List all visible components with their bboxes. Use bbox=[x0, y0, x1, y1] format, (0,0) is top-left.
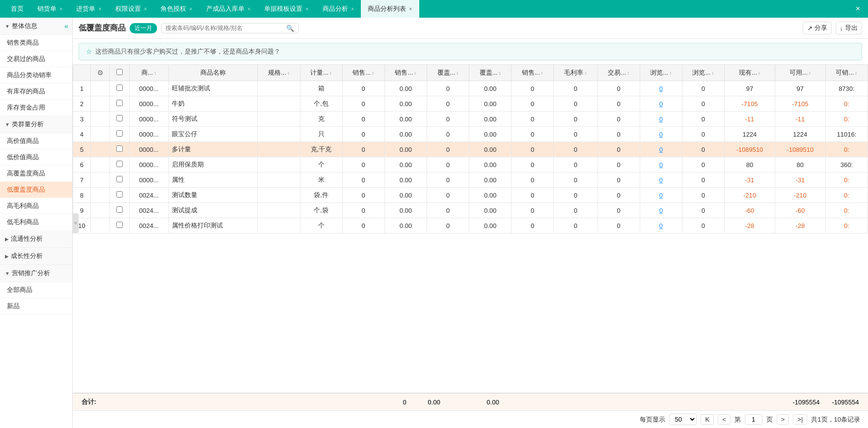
window-close-button[interactable]: × bbox=[852, 2, 864, 15]
sidebar-item-high-value[interactable]: 高价值商品 bbox=[0, 133, 72, 149]
sort-available-icon[interactable]: ↕ bbox=[809, 70, 811, 76]
nav-item-permission[interactable]: 权限设置 × bbox=[108, 0, 154, 18]
sort-cover1-icon[interactable]: ↕ bbox=[456, 70, 459, 76]
th-browse1[interactable]: 浏览...↕ bbox=[640, 65, 682, 81]
next-page-button[interactable]: > bbox=[777, 414, 789, 425]
cell-browse1[interactable]: 0 bbox=[640, 172, 682, 188]
sort-sales-x-icon[interactable]: ↕ bbox=[541, 70, 543, 76]
browse-link[interactable]: 0 bbox=[659, 115, 663, 123]
browse-link[interactable]: 0 bbox=[659, 146, 663, 153]
row-checkbox[interactable] bbox=[116, 176, 123, 182]
nav-item-role[interactable]: 角色授权 × bbox=[154, 0, 199, 18]
sort-trans-icon[interactable]: ↕ bbox=[627, 70, 629, 76]
browse-link[interactable]: 0 bbox=[659, 131, 663, 138]
last-page-button[interactable]: >| bbox=[793, 414, 807, 425]
cell-browse1[interactable]: 0 bbox=[640, 112, 682, 127]
th-cover2[interactable]: 覆盖...↕ bbox=[469, 65, 512, 81]
cell-browse1[interactable]: 0 bbox=[640, 127, 682, 142]
cell-check[interactable] bbox=[110, 127, 129, 142]
sidebar-item-low-gross[interactable]: 低毛利商品 bbox=[0, 214, 72, 230]
cell-browse1[interactable]: 0 bbox=[640, 96, 682, 112]
sidebar-item-traded-goods[interactable]: 交易过的商品 bbox=[0, 51, 72, 67]
page-size-select[interactable]: 50 20 100 200 bbox=[669, 414, 697, 425]
sort-gross-icon[interactable]: ↕ bbox=[584, 70, 587, 76]
th-saleable[interactable]: 可销...↕ bbox=[825, 65, 868, 81]
sidebar-section-group[interactable]: ▼ 类群量分析 bbox=[0, 116, 72, 133]
row-checkbox[interactable] bbox=[116, 206, 123, 213]
nav-close-sales[interactable]: × bbox=[59, 6, 62, 12]
cell-browse1[interactable]: 0 bbox=[640, 157, 682, 172]
cell-check[interactable] bbox=[110, 203, 129, 218]
sort-current-icon[interactable]: ↕ bbox=[758, 70, 760, 76]
sidebar-item-new-goods[interactable]: 新品 bbox=[0, 298, 72, 314]
cell-check[interactable] bbox=[110, 81, 129, 96]
sort-sales-amt-icon[interactable]: ↕ bbox=[414, 70, 416, 76]
cell-check[interactable] bbox=[110, 112, 129, 127]
select-all-checkbox[interactable] bbox=[116, 69, 123, 75]
sidebar-item-low-value[interactable]: 低价值商品 bbox=[0, 149, 72, 166]
sidebar-collapse-icon[interactable]: « bbox=[64, 22, 68, 30]
th-gross[interactable]: 毛利率↕ bbox=[554, 65, 597, 81]
row-checkbox[interactable] bbox=[116, 100, 123, 106]
row-checkbox[interactable] bbox=[116, 85, 123, 91]
sidebar-section-marketing[interactable]: ▼ 营销推广分析 bbox=[0, 265, 72, 282]
share-button[interactable]: ↗ 分享 bbox=[803, 22, 832, 34]
th-trans[interactable]: 交易...↕ bbox=[597, 65, 640, 81]
browse-link[interactable]: 0 bbox=[659, 192, 663, 199]
browse-link[interactable]: 0 bbox=[659, 161, 663, 169]
row-checkbox[interactable] bbox=[116, 222, 123, 228]
sidebar-item-all-goods[interactable]: 全部商品 bbox=[0, 282, 72, 298]
sidebar-item-sales-goods[interactable]: 销售类商品 bbox=[0, 35, 72, 51]
export-button[interactable]: ↓ 导出 bbox=[836, 22, 863, 34]
row-checkbox[interactable] bbox=[116, 130, 123, 137]
th-current[interactable]: 现有...↕ bbox=[724, 65, 775, 81]
nav-close-analysis-list[interactable]: × bbox=[409, 6, 412, 12]
browse-link[interactable]: 0 bbox=[659, 207, 663, 214]
sort-saleable-icon[interactable]: ↕ bbox=[855, 70, 857, 76]
row-checkbox[interactable] bbox=[116, 191, 123, 198]
nav-item-analysis[interactable]: 商品分析 × bbox=[316, 0, 361, 18]
th-sales-qty[interactable]: 销售...↕ bbox=[342, 65, 384, 81]
nav-close-finished[interactable]: × bbox=[247, 6, 250, 12]
browse-link[interactable]: 0 bbox=[659, 222, 663, 229]
nav-item-analysis-list[interactable]: 商品分析列表 × bbox=[361, 0, 419, 18]
browse-link[interactable]: 0 bbox=[659, 85, 663, 92]
page-number-input[interactable] bbox=[745, 414, 762, 425]
table-container[interactable]: ⚙ 商...↕ 商品名称 规格...↕ 计量...↕ 销售...↕ 销售...↕… bbox=[73, 64, 868, 393]
cell-check[interactable] bbox=[110, 188, 129, 203]
sidebar-item-high-gross[interactable]: 高毛利商品 bbox=[0, 198, 72, 214]
sidebar-item-category-rate[interactable]: 商品分类动销率 bbox=[0, 67, 72, 84]
cell-check[interactable] bbox=[110, 142, 129, 157]
cell-check[interactable] bbox=[110, 172, 129, 188]
nav-close-permission[interactable]: × bbox=[144, 6, 147, 12]
cell-check[interactable] bbox=[110, 96, 129, 112]
sidebar-collapse-handle[interactable]: « bbox=[73, 213, 79, 233]
browse-link[interactable]: 0 bbox=[659, 100, 663, 108]
th-name[interactable]: 商品名称 bbox=[168, 65, 258, 81]
th-settings[interactable]: ⚙ bbox=[91, 65, 110, 81]
nav-item-template[interactable]: 单据模板设置 × bbox=[257, 0, 315, 18]
cell-browse1[interactable]: 0 bbox=[640, 218, 682, 233]
th-sales-x[interactable]: 销售...↕ bbox=[512, 65, 554, 81]
th-check[interactable] bbox=[110, 65, 129, 81]
prev-page-button[interactable]: < bbox=[718, 414, 731, 425]
sidebar-section-flow[interactable]: ▶ 流通性分析 bbox=[0, 230, 72, 248]
sidebar-item-high-coverage[interactable]: 高覆盖度商品 bbox=[0, 166, 72, 182]
cell-browse1[interactable]: 0 bbox=[640, 142, 682, 157]
sidebar-section-growth[interactable]: ▶ 成长性分析 bbox=[0, 248, 72, 265]
sidebar-item-low-coverage[interactable]: 低覆盖度商品 bbox=[0, 182, 72, 198]
nav-item-finished[interactable]: 产成品入库单 × bbox=[199, 0, 257, 18]
th-unit[interactable]: 计量...↕ bbox=[300, 65, 342, 81]
row-checkbox[interactable] bbox=[116, 145, 123, 152]
sidebar-item-stocked-goods[interactable]: 有库存的商品 bbox=[0, 84, 72, 100]
th-available[interactable]: 可用...↕ bbox=[775, 65, 825, 81]
search-input[interactable] bbox=[165, 25, 286, 31]
browse-link[interactable]: 0 bbox=[659, 176, 663, 184]
cell-browse1[interactable]: 0 bbox=[640, 188, 682, 203]
cell-browse1[interactable]: 0 bbox=[640, 81, 682, 96]
row-checkbox[interactable] bbox=[116, 161, 123, 167]
sort-browse2-icon[interactable]: ↕ bbox=[711, 70, 714, 76]
column-settings-icon[interactable]: ⚙ bbox=[97, 69, 104, 77]
nav-close-purchase[interactable]: × bbox=[98, 6, 101, 12]
th-browse2[interactable]: 浏览...↕ bbox=[682, 65, 724, 81]
